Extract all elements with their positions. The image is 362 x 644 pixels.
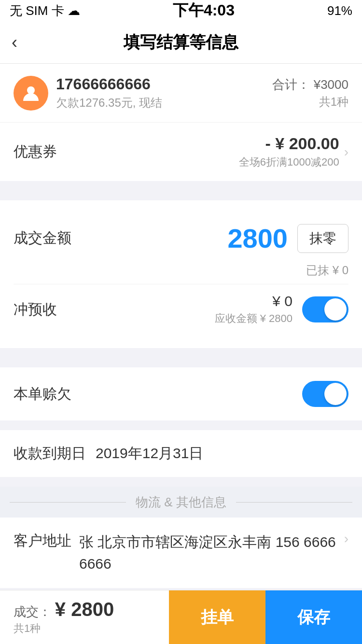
total-label: 合计： ¥3000 [272, 76, 348, 93]
duedate-card: 收款到期日 2019年12月31日 [0, 430, 362, 477]
summary-amount: ¥ 2800 [55, 599, 114, 620]
summary-label: 成交： [14, 604, 51, 619]
deal-sub-label: 已抹 ¥ 0 [14, 263, 348, 284]
coupon-row[interactable]: 优惠券 - ¥ 200.00 全场6折满1000减200 › [0, 122, 362, 181]
writeoff-card: 本单赊欠 [0, 367, 362, 420]
total-count: 共1种 [272, 94, 348, 110]
coupon-amount: - ¥ 200.00 [239, 134, 339, 153]
status-time: 下午4:03 [173, 0, 235, 21]
writeoff-row: 本单赊欠 [14, 381, 348, 407]
status-right: 91% [327, 3, 352, 18]
divider-line-right [236, 502, 352, 503]
user-phone: 17666666666 [56, 75, 162, 93]
chevron-right-icon: › [344, 144, 348, 160]
separator2 [0, 348, 362, 358]
address-card[interactable]: 客户地址 张 北京市市辖区海淀区永丰南 156 6666 6666 › [0, 518, 362, 588]
address-label: 客户地址 [14, 531, 71, 551]
pre-collect-row: 冲预收 ¥ 0 应收金额 ¥ 2800 [14, 284, 348, 335]
duedate-row: 收款到期日 2019年12月31日 [14, 444, 348, 463]
address-value: 张 北京市市辖区海淀区永丰南 156 6666 6666 [71, 531, 344, 574]
writeoff-label: 本单赊欠 [14, 384, 71, 404]
address-chevron-icon: › [344, 531, 348, 546]
deal-amount-label: 成交金额 [14, 228, 71, 248]
toggle-knob2 [324, 383, 347, 405]
divider-line-left [10, 502, 126, 503]
status-bar: 无 SIM 卡 ☁ 下午4:03 91% [0, 0, 362, 21]
user-coupon-card: 17666666666 欠款1276.35元, 现结 合计： ¥3000 共1种… [0, 64, 362, 181]
pre-collect-label: 冲预收 [14, 300, 57, 320]
pre-collect-desc: 应收金额 ¥ 2800 [215, 311, 292, 326]
writeoff-toggle[interactable] [302, 381, 348, 407]
status-battery: 91% [327, 3, 352, 18]
duedate-label: 收款到期日 [14, 444, 86, 463]
nav-bar: ‹ 填写结算等信息 [0, 21, 362, 64]
svg-point-0 [27, 86, 35, 94]
bottom-bar: 成交： ¥ 2800 共1种 挂单 保存 [0, 590, 362, 644]
back-button[interactable]: ‹ [12, 32, 17, 53]
round-zero-button[interactable]: 抹零 [297, 224, 348, 253]
hang-order-button[interactable]: 挂单 [169, 590, 265, 644]
total-amount: ¥3000 [314, 77, 348, 92]
logistics-label: 物流 & 其他信息 [136, 494, 226, 511]
coupon-desc: 全场6折满1000减200 [239, 155, 339, 169]
user-row: 17666666666 欠款1276.35元, 现结 合计： ¥3000 共1种 [0, 64, 362, 122]
user-debt: 欠款1276.35元, 现结 [56, 95, 162, 111]
save-button[interactable]: 保存 [265, 590, 362, 644]
avatar [14, 76, 48, 111]
status-left: 无 SIM 卡 ☁ [10, 2, 80, 19]
pre-collect-toggle[interactable] [302, 296, 348, 322]
duedate-value: 2019年12月31日 [96, 444, 203, 463]
separator [0, 191, 362, 200]
deal-amount-value: 2800 [227, 223, 288, 254]
main-content: 17666666666 欠款1276.35元, 现结 合计： ¥3000 共1种… [0, 64, 362, 644]
deal-amount-row: 成交金额 2800 抹零 [14, 214, 348, 263]
address-row: 客户地址 张 北京市市辖区海淀区永丰南 156 6666 6666 › [14, 531, 348, 574]
deal-card: 成交金额 2800 抹零 已抹 ¥ 0 冲预收 ¥ 0 应收金额 ¥ 2800 [0, 200, 362, 348]
summary-count: 共1种 [14, 621, 155, 636]
bottom-summary: 成交： ¥ 2800 共1种 [0, 599, 169, 636]
page-title: 填写结算等信息 [124, 31, 238, 54]
toggle-knob [324, 298, 347, 321]
pre-collect-amount: ¥ 0 [215, 293, 292, 309]
logistics-divider: 物流 & 其他信息 [0, 487, 362, 518]
coupon-label: 优惠券 [14, 142, 57, 162]
